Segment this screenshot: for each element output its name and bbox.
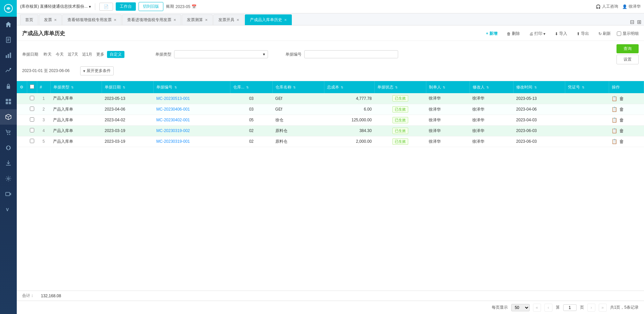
col-settings[interactable]: ⚙ <box>17 81 27 93</box>
col-total-cost[interactable]: 总成本 ⇅ <box>324 81 375 93</box>
tab-invoice-open-close[interactable]: ✕ <box>236 18 239 22</box>
col-type[interactable]: 单据类型 ⇅ <box>50 81 102 93</box>
calendar-icon[interactable]: 📅 <box>192 4 197 9</box>
date-custom-btn[interactable]: 自定义 <box>107 51 124 58</box>
sidebar-item-version[interactable]: V <box>0 202 17 217</box>
switch-version-button[interactable]: 切到旧版 <box>139 2 163 11</box>
row-checkbox[interactable] <box>30 128 34 132</box>
sidebar-item-video[interactable] <box>0 186 17 202</box>
number-filter-input[interactable] <box>304 50 398 58</box>
sidebar-item-settings[interactable] <box>0 171 17 186</box>
import-button[interactable]: ⬇ 导入 <box>551 29 571 38</box>
delete-button[interactable]: 🗑 删除 <box>503 29 523 38</box>
row-number-cell[interactable]: MC-20230319-001 <box>154 136 230 147</box>
tab-sales-vat[interactable]: 查看销项增值税专用发票 ✕ <box>62 14 121 25</box>
logo[interactable] <box>0 0 17 17</box>
next-page-btn[interactable]: › <box>587 304 595 312</box>
company-selector[interactable]: (库存核算) 直播轻捷通信息技术股份... ▾ <box>20 4 91 9</box>
date-more-btn[interactable]: 更多 <box>95 51 106 58</box>
row-number-cell[interactable]: MC-20230406-001 <box>154 104 230 115</box>
col-number[interactable]: 单据编号 ⇅ <box>154 81 230 93</box>
row-edit-icon[interactable]: 📋 <box>611 96 617 101</box>
row-checkbox-cell[interactable] <box>27 104 37 115</box>
set-button[interactable]: 设置 <box>616 55 639 64</box>
sidebar-item-download[interactable] <box>0 155 17 171</box>
sidebar-item-analytics[interactable] <box>0 63 17 78</box>
query-button[interactable]: 查询 <box>616 44 639 53</box>
row-edit-icon[interactable]: 📋 <box>611 128 617 133</box>
row-checkbox[interactable] <box>30 117 34 122</box>
date-1month-btn[interactable]: 近1月 <box>81 51 94 58</box>
sidebar-item-grid[interactable] <box>0 94 17 109</box>
date-today-btn[interactable]: 今天 <box>54 51 65 58</box>
col-date[interactable]: 单据日期 ⇅ <box>102 81 154 93</box>
row-delete-icon[interactable]: 🗑 <box>619 117 624 123</box>
tab-minimize-icon[interactable]: ⊟ <box>630 19 634 25</box>
prev-page-btn[interactable]: ‹ <box>544 304 552 312</box>
tab-home[interactable]: 首页 <box>20 14 38 25</box>
tab-purchase-vat[interactable]: 查看进项增值税专用发票 ✕ <box>122 14 181 25</box>
row-checkbox[interactable] <box>30 107 34 111</box>
support-btn[interactable]: 🎧 人工咨询 <box>596 4 618 9</box>
row-edit-icon[interactable]: 📋 <box>611 107 617 112</box>
row-number-link[interactable]: MC-20230402-001 <box>156 118 190 122</box>
type-filter-select[interactable]: ▾ <box>174 50 268 58</box>
tab-purchase-vat-close[interactable]: ✕ <box>173 18 176 22</box>
user-menu[interactable]: 👤 徐泽华 <box>622 4 641 9</box>
tab-invoice[interactable]: 发票 ✕ <box>39 14 62 25</box>
page-size-select[interactable]: 50 20 100 <box>511 304 530 311</box>
print-button[interactable]: 🖨 打印 ▾ <box>526 29 549 38</box>
new-button[interactable]: + 新增 <box>483 29 501 38</box>
sidebar-item-purchase[interactable] <box>0 125 17 140</box>
row-number-cell[interactable]: MC-20230402-001 <box>154 115 230 125</box>
row-delete-icon[interactable]: 🗑 <box>619 139 624 144</box>
row-number-link[interactable]: MC-20230319-001 <box>156 139 190 144</box>
sidebar-item-home[interactable] <box>0 17 17 32</box>
row-checkbox-cell[interactable] <box>27 136 37 147</box>
tab-maximize-icon[interactable]: ⊞ <box>637 19 641 25</box>
row-edit-icon[interactable]: 📋 <box>611 139 617 144</box>
row-delete-icon[interactable]: 🗑 <box>619 128 624 133</box>
row-delete-icon[interactable]: 🗑 <box>619 96 624 101</box>
sidebar-item-inventory[interactable] <box>0 109 17 125</box>
topbar-doc-btn[interactable]: 📄 <box>99 3 113 11</box>
col-voucher[interactable]: 凭证号 ⇅ <box>565 81 609 93</box>
row-checkbox-cell[interactable] <box>27 93 37 104</box>
select-all-checkbox[interactable] <box>30 84 34 89</box>
col-status[interactable]: 单据状态 ⇅ <box>374 81 426 93</box>
row-number-link[interactable]: MC-20230513-001 <box>156 96 190 101</box>
refresh-button[interactable]: ↻ 刷新 <box>595 29 614 38</box>
row-checkbox-cell[interactable] <box>27 125 37 136</box>
page-number-input[interactable] <box>563 304 577 311</box>
date-yesterday-btn[interactable]: 昨天 <box>42 51 53 58</box>
last-page-btn[interactable]: » <box>599 304 607 312</box>
tab-product-receipt[interactable]: 产成品入库单历史 ✕ <box>245 14 292 25</box>
first-page-btn[interactable]: « <box>533 304 541 312</box>
tab-sales-vat-close[interactable]: ✕ <box>114 18 116 22</box>
workbench-button[interactable]: 工作台 <box>116 2 136 11</box>
row-checkbox-cell[interactable] <box>27 115 37 125</box>
sidebar-item-loop[interactable] <box>0 140 17 155</box>
row-checkbox[interactable] <box>30 96 34 100</box>
tab-invoice-calc[interactable]: 发票测算 ✕ <box>182 14 213 25</box>
row-number-link[interactable]: MC-20230319-002 <box>156 128 190 133</box>
display-toggle[interactable]: 显示明细 <box>617 31 639 37</box>
display-toggle-checkbox[interactable] <box>617 32 621 36</box>
col-modify-time[interactable]: 修改时间 ⇅ <box>514 81 565 93</box>
row-number-link[interactable]: MC-20230406-001 <box>156 107 190 112</box>
tab-product-receipt-close[interactable]: ✕ <box>284 18 287 22</box>
col-warehouse-code[interactable]: 仓库... ⇅ <box>230 81 272 93</box>
row-number-cell[interactable]: MC-20230319-002 <box>154 125 230 136</box>
tab-invoice-calc-close[interactable]: ✕ <box>205 18 208 22</box>
date-7days-btn[interactable]: 近7天 <box>66 51 79 58</box>
tab-invoice-open[interactable]: 发票开具 ✕ <box>213 14 244 25</box>
row-number-cell[interactable]: MC-20230513-001 <box>154 93 230 104</box>
expand-conditions-btn[interactable]: ▾ 展开更多条件 <box>80 66 114 75</box>
row-delete-icon[interactable]: 🗑 <box>619 107 624 112</box>
sidebar-item-chart[interactable] <box>0 48 17 63</box>
col-creator[interactable]: 制单人 ⇅ <box>426 81 470 93</box>
tab-invoice-close[interactable]: ✕ <box>54 18 57 22</box>
sidebar-item-lock[interactable] <box>0 78 17 94</box>
row-checkbox[interactable] <box>30 139 34 143</box>
export-button[interactable]: ⬆ 导出 <box>573 29 592 38</box>
